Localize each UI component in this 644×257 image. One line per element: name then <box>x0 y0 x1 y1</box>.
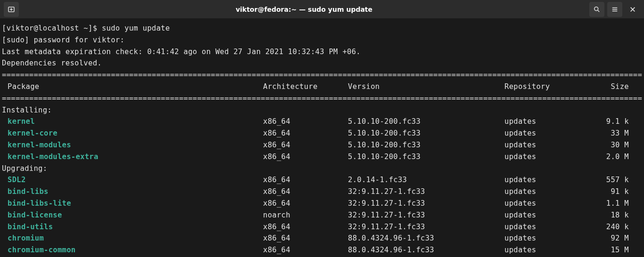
package-name: kernel-modules <box>8 139 263 151</box>
package-size: 9.1 k <box>589 116 629 128</box>
package-version: 5.10.10-200.fc33 <box>348 116 504 128</box>
package-name: kernel-modules-extra <box>8 151 263 163</box>
package-row: bind-licensenoarch32:9.11.27-1.fc33updat… <box>2 209 642 221</box>
package-size: 15 M <box>589 244 629 256</box>
package-repo: updates <box>504 186 589 198</box>
svg-point-3 <box>594 7 598 10</box>
package-row: bind-libs-litex86_6432:9.11.27-1.fc33upd… <box>2 198 642 209</box>
package-name: kernel <box>8 116 263 128</box>
package-name: kernel-core <box>8 128 263 139</box>
col-header-architecture: Architecture <box>263 81 348 93</box>
package-repo: updates <box>504 174 589 186</box>
close-button[interactable] <box>625 2 640 17</box>
package-arch: x86_64 <box>263 151 348 163</box>
package-version: 5.10.10-200.fc33 <box>348 128 504 139</box>
menu-button[interactable] <box>607 2 622 17</box>
deps-resolved-line: Dependencies resolved. <box>2 57 642 69</box>
package-row: chromium-commonx86_6488.0.4324.96-1.fc33… <box>2 244 642 256</box>
package-repo: updates <box>504 209 589 221</box>
package-row: kernel-modulesx86_645.10.10-200.fc33upda… <box>2 139 642 151</box>
titlebar-right <box>589 2 640 17</box>
divider-line: ========================================… <box>2 69 642 81</box>
package-repo: updates <box>504 128 589 139</box>
col-header-package: Package <box>8 81 263 93</box>
package-version: 32:9.11.27-1.fc33 <box>348 198 504 209</box>
col-header-repository: Repository <box>504 81 589 93</box>
package-size: 91 k <box>589 186 629 198</box>
package-arch: x86_64 <box>263 221 348 233</box>
package-name: bind-libs <box>8 186 263 198</box>
package-name: chromium <box>8 233 263 244</box>
package-repo: updates <box>504 198 589 209</box>
package-size: 240 k <box>589 221 629 233</box>
package-row: kernelx86_645.10.10-200.fc33updates9.1 k <box>2 116 642 128</box>
package-version: 2.0.14-1.fc33 <box>348 174 504 186</box>
upgrading-package-list: SDL2x86_642.0.14-1.fc33updates557 kbind-… <box>2 174 642 256</box>
col-header-version: Version <box>348 81 504 93</box>
package-row: bind-utilsx86_6432:9.11.27-1.fc33updates… <box>2 221 642 233</box>
column-headers: Package Architecture Version Repository … <box>2 81 642 93</box>
window-title: viktor@fedora:~ — sudo yum update <box>19 6 589 13</box>
package-arch: x86_64 <box>263 233 348 244</box>
package-name: chromium-common <box>8 244 263 256</box>
installing-package-list: kernelx86_645.10.10-200.fc33updates9.1 k… <box>2 116 642 162</box>
package-version: 88.0.4324.96-1.fc33 <box>348 233 504 244</box>
section-installing: Installing: <box>2 104 642 116</box>
package-size: 33 M <box>589 128 629 139</box>
package-version: 5.10.10-200.fc33 <box>348 151 504 163</box>
package-repo: updates <box>504 244 589 256</box>
package-arch: x86_64 <box>263 128 348 139</box>
package-size: 18 k <box>589 209 629 221</box>
package-row: SDL2x86_642.0.14-1.fc33updates557 k <box>2 174 642 186</box>
package-arch: x86_64 <box>263 174 348 186</box>
titlebar-left <box>4 2 19 17</box>
sudo-prompt-line: [sudo] password for viktor: <box>2 34 642 46</box>
package-size: 1.1 M <box>589 198 629 209</box>
package-size: 92 M <box>589 233 629 244</box>
package-version: 32:9.11.27-1.fc33 <box>348 186 504 198</box>
package-repo: updates <box>504 221 589 233</box>
package-arch: noarch <box>263 209 348 221</box>
terminal-output[interactable]: [viktor@localhost ~]$ sudo yum update [s… <box>0 19 644 257</box>
package-arch: x86_64 <box>263 116 348 128</box>
section-upgrading: Upgrading: <box>2 163 642 175</box>
package-repo: updates <box>504 233 589 244</box>
window-titlebar: viktor@fedora:~ — sudo yum update <box>0 0 644 19</box>
package-name: bind-libs-lite <box>8 198 263 209</box>
search-button[interactable] <box>589 2 604 17</box>
package-size: 2.0 M <box>589 151 629 163</box>
new-tab-button[interactable] <box>4 2 19 17</box>
shell-prompt-line: [viktor@localhost ~]$ sudo yum update <box>2 23 642 34</box>
package-row: kernel-corex86_645.10.10-200.fc33updates… <box>2 128 642 139</box>
metadata-line: Last metadata expiration check: 0:41:42 … <box>2 46 642 58</box>
package-row: kernel-modules-extrax86_645.10.10-200.fc… <box>2 151 642 163</box>
package-version: 32:9.11.27-1.fc33 <box>348 209 504 221</box>
package-arch: x86_64 <box>263 244 348 256</box>
package-arch: x86_64 <box>263 198 348 209</box>
package-arch: x86_64 <box>263 186 348 198</box>
package-repo: updates <box>504 139 589 151</box>
svg-line-4 <box>598 10 600 12</box>
package-row: chromiumx86_6488.0.4324.96-1.fc33updates… <box>2 233 642 244</box>
package-arch: x86_64 <box>263 139 348 151</box>
package-name: SDL2 <box>8 174 263 186</box>
package-name: bind-license <box>8 209 263 221</box>
package-version: 32:9.11.27-1.fc33 <box>348 221 504 233</box>
package-size: 557 k <box>589 174 629 186</box>
package-row: bind-libsx86_6432:9.11.27-1.fc33updates9… <box>2 186 642 198</box>
col-header-size: Size <box>589 81 629 93</box>
package-size: 30 M <box>589 139 629 151</box>
package-version: 5.10.10-200.fc33 <box>348 139 504 151</box>
package-repo: updates <box>504 151 589 163</box>
package-name: bind-utils <box>8 221 263 233</box>
package-repo: updates <box>504 116 589 128</box>
divider-line: ========================================… <box>2 93 642 104</box>
package-version: 88.0.4324.96-1.fc33 <box>348 244 504 256</box>
